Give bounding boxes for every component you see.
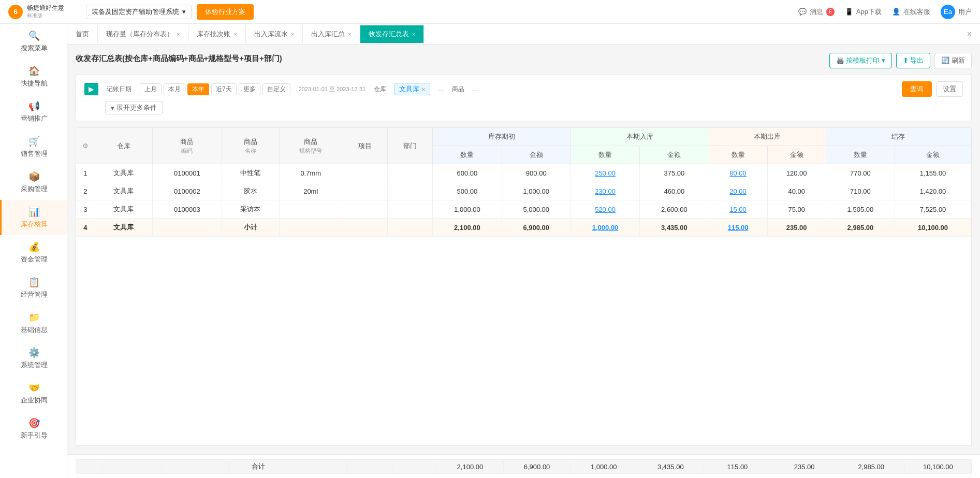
th-in-amt: 金额 xyxy=(640,146,709,164)
total-closing-amt: 10,100.00 xyxy=(904,460,971,474)
table-row: 2 文具库 0100002 胶水 20ml 500.00 1,000.00 23… xyxy=(76,182,971,200)
sidebar-item-guide[interactable]: 🎯 新手引导 xyxy=(0,411,67,446)
export-button[interactable]: ⬆ 导出 xyxy=(896,53,931,68)
tab-close-in-out-flow[interactable]: × xyxy=(291,31,294,37)
settings-button[interactable]: 设置 xyxy=(936,81,963,97)
date-btn-this-month[interactable]: 本月 xyxy=(164,83,185,95)
th-department: 部门 xyxy=(387,128,433,164)
date-btn-7days[interactable]: 近7天 xyxy=(211,83,237,95)
sidebar-item-label: 企业协同 xyxy=(21,396,48,405)
sidebar-item-label: 搜索菜单 xyxy=(21,44,48,53)
total-in-amt: 3,435.00 xyxy=(637,460,704,474)
sidebar-item-label: 资金管理 xyxy=(21,255,48,264)
summary-table: ⚙ 仓库 商品编码 商品名称 商品规格型号 项目 部门 库存期初 本期入库 本期… xyxy=(76,128,971,237)
sidebar-item-sales[interactable]: 🛒 销售管理 xyxy=(0,129,67,165)
tab-close-recv-send-summary[interactable]: × xyxy=(412,31,415,37)
experience-button[interactable]: 体验行业方案 xyxy=(197,4,254,20)
date-btn-this-year[interactable]: 本年 xyxy=(187,83,209,95)
sidebar-item-operations[interactable]: 📋 经营管理 xyxy=(0,270,67,306)
out-qty-link-1[interactable]: 80.00 xyxy=(729,169,747,177)
refresh-button[interactable]: 🔄 刷新 xyxy=(934,53,972,68)
sidebar-item-search[interactable]: 🔍 搜索菜单 xyxy=(0,24,67,59)
settings-icon[interactable]: ⚙ xyxy=(82,142,89,150)
total-in-qty: 1,000.00 xyxy=(571,460,637,474)
page-title: 收发存汇总表(按仓库+商品编码+商品+规格型号+项目+部门) xyxy=(76,54,282,68)
guide-icon: 🎯 xyxy=(28,417,40,429)
total-table: 合计 2,100.00 6,900.00 1,000.00 3,435.00 1… xyxy=(76,459,972,474)
th-product-code: 商品编码 xyxy=(153,128,222,164)
tab-close-batch-account[interactable]: × xyxy=(233,31,237,37)
message-group[interactable]: 💬 消息 6 xyxy=(798,7,835,17)
sidebar-item-label: 销售管理 xyxy=(21,149,48,158)
date-btn-custom[interactable]: 自定义 xyxy=(262,83,290,95)
sidebar-item-label: 快捷导航 xyxy=(21,79,48,88)
in-qty-link-1[interactable]: 250.00 xyxy=(595,169,616,177)
total-opening-amt: 6,900.00 xyxy=(503,460,570,474)
user-group[interactable]: Ea 用户 xyxy=(941,5,972,19)
in-qty-link-3[interactable]: 520.00 xyxy=(595,206,616,213)
subtotal-in-qty-link[interactable]: 1,000.00 xyxy=(592,224,619,231)
expand-arrow-button[interactable]: ▶ xyxy=(84,83,98,95)
filter-row-2: ▾ 展开更多条件 xyxy=(84,101,963,114)
tab-in-out-flow[interactable]: 出入库流水 × xyxy=(246,25,303,43)
sidebar-item-cooperation[interactable]: 🤝 企业协同 xyxy=(0,376,67,411)
tab-close-inventory-dist[interactable]: × xyxy=(177,31,180,37)
th-warehouse: 仓库 xyxy=(95,128,153,164)
user-avatar: Ea xyxy=(941,5,955,19)
product-more[interactable]: ... xyxy=(473,85,478,93)
cooperation-icon: 🤝 xyxy=(28,382,40,394)
th-opening-amt: 金额 xyxy=(502,146,571,164)
page-content: 收发存汇总表(按仓库+商品编码+商品+规格型号+项目+部门) 🖨️ 按模板打印 … xyxy=(67,45,980,454)
tab-in-out-summary[interactable]: 出入库汇总 × xyxy=(303,25,360,43)
tab-recv-send-summary[interactable]: 收发存汇总表 × xyxy=(360,25,424,43)
sidebar-item-inventory[interactable]: 📊 库存核算 xyxy=(0,200,67,235)
sidebar-item-quick-nav[interactable]: 🏠 快捷导航 xyxy=(0,59,67,94)
query-button[interactable]: 查询 xyxy=(902,81,932,97)
system-icon: ⚙️ xyxy=(28,347,40,358)
tab-inventory-dist[interactable]: 现存量（库存分布表） × xyxy=(98,25,188,43)
content-area: 首页 现存量（库存分布表） × 库存批次账 × 出入库流水 × 出入库汇总 × … xyxy=(67,24,980,478)
system-select[interactable]: 装备及固定资产辅助管理系统 ▾ xyxy=(86,5,192,19)
date-btn-more[interactable]: 更多 xyxy=(239,83,260,95)
sidebar-item-marketing[interactable]: 📢 营销推广 xyxy=(0,94,67,129)
logo-icon: 6 xyxy=(8,5,23,19)
sidebar-item-label: 采购管理 xyxy=(21,184,48,194)
filter-row-1: ▶ 记账日期 上月 本月 本年 近7天 更多 自定义 2023-01-01 至 … xyxy=(84,81,963,97)
tab-home[interactable]: 首页 xyxy=(67,25,98,43)
sidebar-item-system[interactable]: ⚙️ 系统管理 xyxy=(0,341,67,376)
in-qty-link-2[interactable]: 230.00 xyxy=(595,187,616,195)
warehouse-tag-close[interactable]: × xyxy=(421,85,426,93)
operations-icon: 📋 xyxy=(28,277,40,288)
logo-title: 畅捷通好生意 xyxy=(27,4,64,12)
out-qty-link-3[interactable]: 15.00 xyxy=(729,206,747,213)
online-service-group[interactable]: 👤 在线客服 xyxy=(892,7,930,17)
out-qty-link-2[interactable]: 20.00 xyxy=(729,187,747,195)
subtotal-row: 4 文具库 小计 2,100.00 6,900.00 1,000.00 3,43… xyxy=(76,219,971,237)
print-button[interactable]: 🖨️ 按模板打印 ▾ xyxy=(829,53,892,68)
th-out-qty: 数量 xyxy=(709,146,767,164)
th-current-in: 本期入库 xyxy=(571,128,709,146)
th-closing-qty: 数量 xyxy=(826,146,895,164)
tab-bar-close[interactable]: × xyxy=(959,25,980,43)
total-out-qty: 115.00 xyxy=(704,460,771,474)
tab-close-in-out-summary[interactable]: × xyxy=(348,31,351,37)
inventory-icon: 📊 xyxy=(28,206,40,218)
date-label: 记账日期 xyxy=(107,85,131,94)
warehouse-more[interactable]: ... xyxy=(438,85,444,93)
sidebar-item-finance[interactable]: 💰 资金管理 xyxy=(0,235,67,270)
sidebar-item-purchase[interactable]: 📦 采购管理 xyxy=(0,165,67,200)
warehouse-tag: 文具库 × xyxy=(394,83,430,95)
total-closing-qty: 2,985.00 xyxy=(838,460,904,474)
sidebar-item-label: 营销推广 xyxy=(21,114,48,123)
th-settings[interactable]: ⚙ xyxy=(76,128,95,164)
tab-batch-account[interactable]: 库存批次账 × xyxy=(188,25,245,43)
sales-icon: 🛒 xyxy=(28,136,40,147)
app-download-group[interactable]: 📱 App下载 xyxy=(845,7,882,17)
expand-more-btn[interactable]: ▾ 展开更多条件 xyxy=(105,101,163,114)
subtotal-out-qty-link[interactable]: 115.00 xyxy=(728,224,749,231)
date-filter: 上月 本月 本年 近7天 更多 自定义 xyxy=(140,83,290,95)
header-right: 💬 消息 6 📱 App下载 👤 在线客服 Ea 用户 xyxy=(798,5,972,19)
tab-bar: 首页 现存量（库存分布表） × 库存批次账 × 出入库流水 × 出入库汇总 × … xyxy=(67,24,980,45)
date-btn-last-month[interactable]: 上月 xyxy=(140,83,162,95)
sidebar-item-basic-info[interactable]: 📁 基础信息 xyxy=(0,306,67,341)
